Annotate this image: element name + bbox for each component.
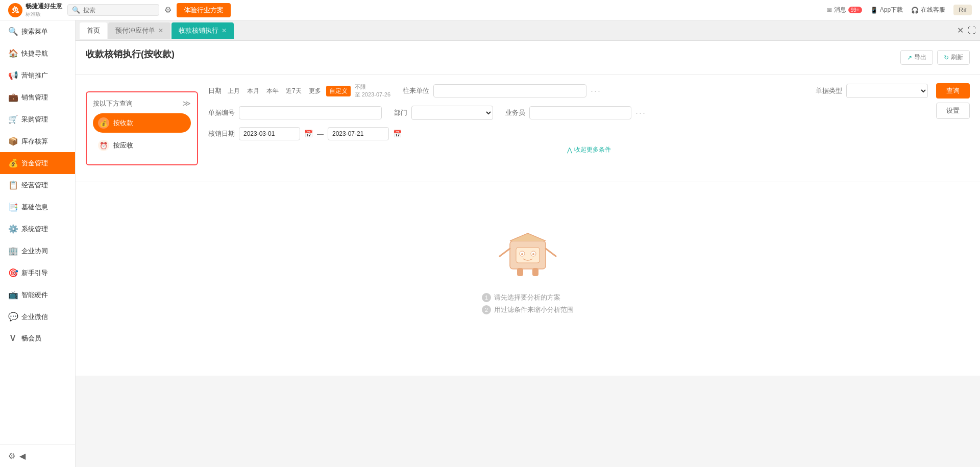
page-inner: 收款核销执行(按收款) ↗ 导出 ↻ 刷新 — [76, 41, 980, 376]
search-input[interactable] — [83, 7, 155, 14]
sidebar-bottom: ⚙ ◀ — [0, 445, 75, 467]
member-icon: V — [8, 334, 17, 343]
export-button[interactable]: ↗ 导出 — [900, 50, 933, 65]
industry-button[interactable]: 体验行业方案 — [177, 3, 231, 17]
counterparty-dots-btn[interactable]: ··· — [591, 86, 601, 96]
service-icon: 🎧 — [911, 7, 919, 14]
sidebar-item-inventory[interactable]: 📦 库存核算 — [0, 130, 75, 152]
bill-type-select[interactable] — [846, 84, 928, 98]
sidebar-item-purchase[interactable]: 🛒 采购管理 — [0, 108, 75, 130]
date-field: 日期 上月 本月 本年 近7天 更多 自定义 — [208, 83, 390, 99]
date-more-btn[interactable]: 更多 — [307, 86, 323, 96]
sidebar-item-enterprise[interactable]: 🏢 企业协同 — [0, 240, 75, 262]
settings-filter-button[interactable]: 设置 — [936, 103, 970, 119]
salesperson-label: 业务员 — [505, 108, 525, 117]
tab-prepay-close[interactable]: ✕ — [158, 27, 163, 34]
sidebar-label-hardware: 智能硬件 — [21, 290, 48, 300]
sidebar-settings-btn[interactable]: ⚙ — [8, 451, 15, 461]
app-download-action[interactable]: 📱 App下载 — [870, 6, 903, 14]
filter-option-by-receipt[interactable]: 💰 按收款 — [93, 113, 191, 133]
sidebar-label-purchase: 采购管理 — [21, 115, 48, 124]
verify-date-start-input[interactable] — [239, 127, 300, 140]
sidebar-item-system[interactable]: ⚙️ 系统管理 — [0, 218, 75, 240]
verify-date-end-input[interactable] — [328, 127, 389, 140]
sidebar-item-search-menu[interactable]: 🔍 搜索菜单 — [0, 20, 75, 42]
filter-option-by-receivable[interactable]: ⏰ 按应收 — [93, 136, 191, 155]
filter-form-grid: 日期 上月 本月 本年 近7天 更多 自定义 — [208, 83, 928, 143]
sidebar-label-search-menu: 搜索菜单 — [21, 27, 48, 36]
date-this-year-btn[interactable]: 本年 — [264, 86, 281, 96]
marketing-icon: 📢 — [8, 70, 17, 80]
operations-icon: 📋 — [8, 180, 17, 190]
user-name: Rit — [953, 5, 972, 15]
verify-date-separator: — — [317, 130, 324, 138]
tab-close-all-btn[interactable]: ✕ — [957, 26, 964, 35]
dept-select[interactable] — [411, 106, 493, 120]
query-button[interactable]: 查询 — [936, 83, 970, 99]
date-7days-btn[interactable]: 近7天 — [284, 86, 304, 96]
refresh-button[interactable]: ↻ 刷新 — [937, 50, 970, 65]
bill-type-label: 单据类型 — [816, 86, 842, 95]
sidebar-item-operations[interactable]: 📋 经营管理 — [0, 174, 75, 196]
verify-date-label: 核销日期 — [208, 129, 235, 138]
sidebar-item-sales[interactable]: 💼 销售管理 — [0, 86, 75, 108]
by-receivable-label: 按应收 — [113, 141, 133, 150]
message-action[interactable]: ✉ 消息 99+ — [827, 6, 862, 14]
filter-row-1: 日期 上月 本月 本年 近7天 更多 自定义 — [208, 83, 928, 99]
empty-illustration — [495, 223, 561, 281]
online-service-label: 在线客服 — [921, 6, 945, 14]
guide-icon: 🎯 — [8, 268, 17, 278]
empty-hint: 1 请先选择要分析的方案 2 用过滤条件来缩小分析范围 — [482, 293, 574, 314]
filter-panel-header: 按以下方查询 ≫ — [93, 99, 191, 108]
date-label: 日期 — [208, 86, 222, 95]
sidebar-collapse-btn[interactable]: ◀ — [19, 451, 26, 461]
tab-receipt-close[interactable]: ✕ — [222, 27, 227, 34]
sidebar-item-wechat[interactable]: 💬 企业微信 — [0, 306, 75, 328]
sidebar-item-quick-nav[interactable]: 🏠 快捷导航 — [0, 42, 75, 64]
page-toolbar: ↗ 导出 ↻ 刷新 — [900, 48, 970, 65]
date-this-month-btn[interactable]: 本月 — [245, 86, 261, 96]
hint-text-2: 用过滤条件来缩小分析范围 — [494, 305, 574, 314]
tab-home[interactable]: 首页 — [80, 22, 107, 39]
settings-icon[interactable]: ⚙ — [164, 5, 172, 15]
date-last-month-btn[interactable]: 上月 — [226, 86, 242, 96]
inventory-icon: 📦 — [8, 136, 17, 146]
sidebar-item-finance[interactable]: 💰 资金管理 — [0, 152, 75, 174]
svg-point-5 — [532, 253, 534, 255]
filter-section: 按以下方查询 ≫ 💰 按收款 ⏰ 按应收 — [76, 75, 980, 182]
hardware-icon: 📺 — [8, 290, 17, 300]
wechat-icon: 💬 — [8, 312, 17, 322]
export-icon: ↗ — [907, 54, 912, 61]
verify-date-start-cal[interactable]: 📅 — [304, 130, 313, 138]
sidebar-item-hardware[interactable]: 📺 智能硬件 — [0, 284, 75, 306]
sidebar: 🔍 搜索菜单 🏠 快捷导航 📢 营销推广 💼 销售管理 🛒 采购管理 📦 库存核… — [0, 20, 76, 467]
counterparty-input[interactable] — [433, 84, 586, 97]
sidebar-item-marketing[interactable]: 📢 营销推广 — [0, 64, 75, 86]
tab-prepay-offset[interactable]: 预付冲应付单 ✕ — [108, 22, 170, 39]
bill-no-field: 单据编号 — [208, 106, 382, 119]
sidebar-item-guide[interactable]: 🎯 新手引导 — [0, 262, 75, 284]
enterprise-icon: 🏢 — [8, 246, 17, 256]
tab-receipt-offset[interactable]: 收款核销执行 ✕ — [172, 22, 234, 39]
salesperson-input[interactable] — [529, 106, 631, 119]
verify-date-end-cal[interactable]: 📅 — [393, 130, 402, 138]
filter-toggle-btn[interactable]: ≫ — [182, 99, 191, 108]
salesperson-dots-btn[interactable]: ··· — [635, 108, 646, 118]
online-service-action[interactable]: 🎧 在线客服 — [911, 6, 945, 14]
bill-no-input[interactable] — [239, 106, 382, 119]
filter-panel-title: 按以下方查询 — [93, 99, 133, 108]
dept-field: 部门 — [394, 106, 493, 120]
date-custom-btn[interactable]: 自定义 — [326, 86, 351, 96]
logo-area: 兔 畅捷通好生意 标准版 — [8, 2, 62, 18]
tab-expand-btn[interactable]: ⛶ — [968, 26, 976, 35]
bill-no-label: 单据编号 — [208, 108, 235, 117]
right-action-buttons: 查询 设置 — [928, 83, 970, 119]
sidebar-item-member[interactable]: V 畅会员 — [0, 328, 75, 349]
by-receipt-label: 按收款 — [113, 118, 133, 128]
refresh-label: 刷新 — [951, 53, 963, 62]
sidebar-item-basic-info[interactable]: 📑 基础信息 — [0, 196, 75, 218]
search-bar[interactable]: 🔍 — [67, 4, 159, 16]
sidebar-label-sales: 销售管理 — [21, 93, 48, 102]
message-label: 消息 — [834, 6, 846, 14]
collapse-more-btn[interactable]: ⋀ 收起更多条件 — [208, 145, 970, 154]
